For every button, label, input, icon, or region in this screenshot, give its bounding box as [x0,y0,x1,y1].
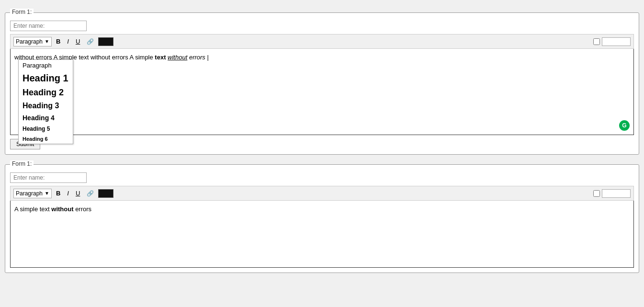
dropdown-h3[interactable]: Heading 3 [19,100,73,112]
underline-button[interactable]: U [73,36,82,46]
paragraph-select-label: Paragraph [16,38,43,45]
form1-editor[interactable]: without errors A simple text without err… [10,49,634,135]
form2-color-swatch[interactable] [98,189,113,198]
spell-check-input[interactable] [602,37,631,46]
form1-inner: Paragraph ▼ B I U 🔗 Paragraph Heading 1 … [10,21,634,149]
grammarly-icon: G [619,120,630,131]
dropdown-h4[interactable]: Heading 4 [19,112,73,124]
form1-name-input[interactable] [10,21,87,31]
dropdown-h2[interactable]: Heading 2 [19,86,73,100]
paragraph-dropdown: Paragraph Heading 1 Heading 2 Heading 3 … [18,59,73,144]
italic-button[interactable]: I [65,36,71,46]
form1-toolbar: Paragraph ▼ B I U 🔗 [10,34,634,49]
link-button[interactable]: 🔗 [84,37,96,46]
dropdown-h5[interactable]: Heading 5 [19,124,73,134]
color-swatch[interactable] [98,37,113,46]
form2-name-input[interactable] [10,172,87,183]
form2-paragraph-select-label: Paragraph [16,190,43,197]
form2-toolbar: Paragraph ▼ B I U 🔗 [10,186,634,201]
form2-italic-button[interactable]: I [65,188,71,198]
form2-bold-button[interactable]: B [54,188,63,198]
form1-legend: Form 1: [10,9,34,15]
underline-italic-text: without [168,54,187,61]
form2-container: Form 1: Paragraph ▼ B I U 🔗 A simple tex… [5,164,639,273]
paragraph-select[interactable]: Paragraph ▼ [13,37,52,46]
dropdown-h6[interactable]: Heading 6 [19,134,73,144]
form1-editor-content: without errors A simple text without err… [14,53,630,62]
form2-spell-check-checkbox[interactable] [593,190,600,197]
form2-chevron-down-icon: ▼ [45,191,49,196]
form2-toolbar-right [593,189,631,198]
form2-editor[interactable]: A simple text without errors [10,201,634,268]
form2-inner: Paragraph ▼ B I U 🔗 A simple text withou… [10,172,634,268]
toolbar-right [593,37,631,46]
form2-editor-content: A simple text without errors [14,205,630,214]
form2-spell-check-input[interactable] [602,189,631,198]
spell-check-checkbox[interactable] [593,38,600,45]
dropdown-paragraph[interactable]: Paragraph [19,60,73,71]
bold-button[interactable]: B [54,36,63,46]
italic-text: errors [189,54,205,61]
chevron-down-icon: ▼ [45,39,49,44]
form1-container: Form 1: Paragraph ▼ B I U 🔗 Paragraph He… [5,12,639,155]
form2-link-button[interactable]: 🔗 [84,189,96,198]
form2-paragraph-select[interactable]: Paragraph ▼ [13,189,52,198]
form2-bold-text: without [51,205,73,213]
dropdown-h1[interactable]: Heading 1 [19,71,73,86]
form2-underline-button[interactable]: U [73,188,82,198]
bold-text: text [155,54,166,61]
form2-legend: Form 1: [10,160,34,167]
